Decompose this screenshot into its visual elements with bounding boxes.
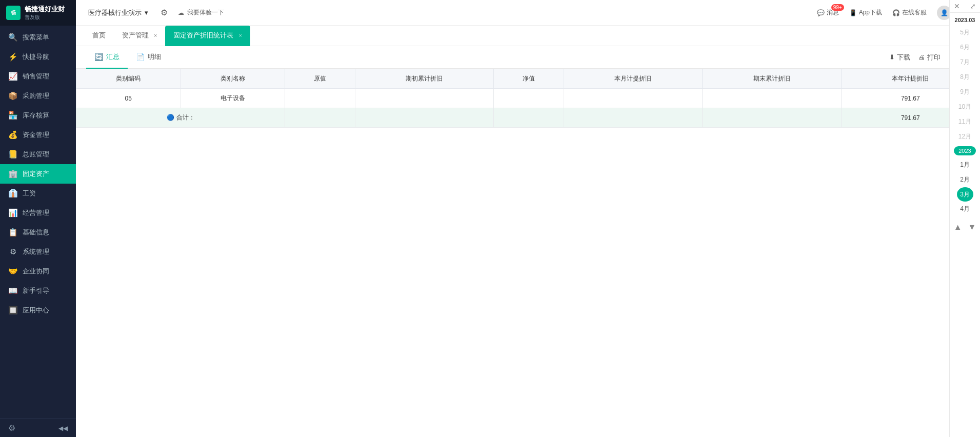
tab-depreciation-label: 固定资产折旧统计表 (173, 31, 233, 40)
app-title: 畅捷通好业财 (25, 5, 65, 14)
sidebar-item-应用中心[interactable]: 🔲应用中心 (0, 301, 76, 320)
summary-icon: 🔄 (94, 53, 103, 61)
sidebar-icon: 📊 (8, 208, 17, 217)
sidebar-item-库存核算[interactable]: 🏪库存核算 (0, 106, 76, 125)
company-name: 医疗器械行业演示 (88, 8, 142, 17)
print-btn[interactable]: 🖨 打印 (918, 53, 941, 62)
sidebar-item-经营管理[interactable]: 📊经营管理 (0, 203, 76, 223)
sidebar-label: 应用中心 (23, 306, 49, 315)
cloud-icon: ☁ (178, 9, 184, 16)
customer-service-label: 在线客服 (902, 8, 927, 17)
main-area: 医疗器械行业演示 ▾ ⚙ ☁ 我要体验一下 💬 消息 99+ 📱 App下载 🎧… (76, 0, 980, 437)
app-download-label: App下载 (859, 8, 882, 17)
sidebar-item-新手引导[interactable]: 📖新手引导 (0, 281, 76, 301)
download-icon: 📱 (849, 9, 857, 16)
total-icon: 🔵 (167, 114, 174, 121)
month-item[interactable]: 9月 (950, 85, 980, 100)
sidebar-item-销售管理[interactable]: 📈销售管理 (0, 67, 76, 86)
cell-name: 电子设备 (181, 89, 285, 108)
sidebar-label: 总账管理 (23, 150, 49, 159)
year-badge[interactable]: 2023 (954, 146, 976, 155)
month-item[interactable]: 1月 (950, 157, 980, 172)
sidebar-item-企业协同[interactable]: 🤝企业协同 (0, 262, 76, 281)
sidebar-label: 资金管理 (23, 130, 49, 140)
sidebar-label: 经营管理 (23, 208, 49, 217)
main-content-area: 🔄 汇总 📄 明细 ⬇ 下载 🖨 打印 (76, 46, 980, 437)
sidebar-icon: 🏪 (8, 111, 17, 120)
tab-depreciation-report[interactable]: 固定资产折旧统计表 × (165, 26, 250, 46)
sidebar-footer: ⚙ ◀◀ (0, 419, 76, 437)
sidebar-icon: 🤝 (8, 267, 17, 276)
depreciation-table: 类别编码 类别名称 原值 期初累计折旧 净值 本月计提折旧 期末累计折旧 本年计… (76, 69, 980, 128)
month-item[interactable]: 11月 (950, 114, 980, 129)
sub-tabs: 🔄 汇总 📄 明细 ⬇ 下载 🖨 打印 (76, 46, 980, 69)
sidebar-item-资金管理[interactable]: 💰资金管理 (0, 125, 76, 145)
message-icon: 💬 (817, 9, 825, 16)
sidebar-item-总账管理[interactable]: 📒总账管理 (0, 145, 76, 164)
month-item[interactable]: 2月 (950, 172, 980, 187)
tab-home[interactable]: 首页 (84, 26, 114, 46)
experience-btn[interactable]: ☁ 我要体验一下 (178, 8, 224, 17)
sidebar-icon: 📈 (8, 72, 17, 81)
download-icon: ⬇ (889, 53, 895, 61)
sidebar-item-系统管理[interactable]: ⚙系统管理 (0, 242, 76, 262)
sidebar-item-搜索菜单[interactable]: 🔍搜索菜单 (0, 28, 76, 47)
company-selector[interactable]: 医疗器械行业演示 ▾ (84, 6, 152, 19)
messages-badge: 99+ (831, 4, 844, 11)
sidebar-label: 采购管理 (23, 91, 49, 101)
month-item[interactable]: 12月 (950, 129, 980, 144)
panel-prev-btn[interactable]: ▲ (952, 221, 964, 234)
sidebar-icon: 📒 (8, 150, 17, 159)
app-download-btn[interactable]: 📱 App下载 (849, 8, 882, 17)
app-subtitle: 普及版 (25, 14, 65, 21)
messages-btn[interactable]: 💬 消息 99+ (817, 8, 839, 17)
sidebar: 畅 畅捷通好业财 普及版 🔍搜索菜单⚡快捷导航📈销售管理📦采购管理🏪库存核算💰资… (0, 0, 76, 437)
sidebar-item-快捷导航[interactable]: ⚡快捷导航 (0, 47, 76, 67)
sidebar-item-基础信息[interactable]: 📋基础信息 (0, 223, 76, 242)
headset-icon: 🎧 (892, 9, 900, 16)
sidebar-icon: 👔 (8, 189, 17, 198)
settings-icon[interactable]: ⚙ (8, 423, 15, 433)
sidebar-item-采购管理[interactable]: 📦采购管理 (0, 86, 76, 106)
sidebar-label: 系统管理 (23, 247, 49, 256)
month-item[interactable]: 8月 (950, 70, 980, 85)
download-btn[interactable]: ⬇ 下载 (889, 53, 910, 62)
panel-next-btn[interactable]: ▼ (966, 221, 978, 234)
cell-initial-acc (355, 89, 493, 108)
table-header-row: 类别编码 类别名称 原值 期初累计折旧 净值 本月计提折旧 期末累计折旧 本年计… (76, 69, 980, 89)
total-end-acc (703, 108, 841, 128)
sidebar-item-固定资产[interactable]: 🏢固定资产 (0, 164, 76, 184)
collapse-icon[interactable]: ◀◀ (58, 425, 68, 432)
sidebar-nav: 🔍搜索菜单⚡快捷导航📈销售管理📦采购管理🏪库存核算💰资金管理📒总账管理🏢固定资产… (0, 26, 76, 419)
col-end-acc: 期末累计折旧 (703, 69, 841, 89)
total-original (285, 108, 355, 128)
col-original: 原值 (285, 69, 355, 89)
sub-tab-summary[interactable]: 🔄 汇总 (86, 46, 128, 69)
panel-nav: ▲ ▼ (950, 221, 980, 234)
months-current: 1月2月3月4月 (950, 157, 980, 216)
month-item[interactable]: 4月 (950, 202, 980, 216)
col-net: 净值 (494, 69, 564, 89)
month-item[interactable]: 7月 (950, 55, 980, 70)
cell-end-acc (703, 89, 841, 108)
sub-tab-detail[interactable]: 📄 明细 (128, 46, 169, 69)
month-item[interactable]: 6月 (950, 46, 980, 55)
tab-asset-management[interactable]: 资产管理 × (114, 26, 165, 46)
sidebar-icon: 🔍 (8, 33, 17, 42)
col-code: 类别编码 (76, 69, 181, 89)
month-item[interactable]: 3月 (957, 187, 973, 202)
month-item[interactable]: 10月 (950, 100, 980, 114)
table-area: 类别编码 类别名称 原值 期初累计折旧 净值 本月计提折旧 期末累计折旧 本年计… (76, 69, 980, 437)
detail-icon: 📄 (136, 53, 145, 61)
customer-service-btn[interactable]: 🎧 在线客服 (892, 8, 927, 17)
tab-depreciation-close[interactable]: × (238, 32, 242, 38)
sidebar-label: 快捷导航 (23, 52, 49, 62)
sidebar-icon: 🔲 (8, 306, 17, 315)
topbar-settings-icon[interactable]: ⚙ (161, 8, 168, 17)
app-title-block: 畅捷通好业财 普及版 (25, 5, 65, 21)
sidebar-item-工资[interactable]: 👔工资 (0, 184, 76, 203)
content: 🔄 汇总 📄 明细 ⬇ 下载 🖨 打印 (76, 46, 980, 437)
sidebar-icon: 💰 (8, 130, 17, 140)
tab-asset-close[interactable]: × (154, 32, 157, 38)
table-total-row: 🔵合计： 791.67 (76, 108, 980, 128)
